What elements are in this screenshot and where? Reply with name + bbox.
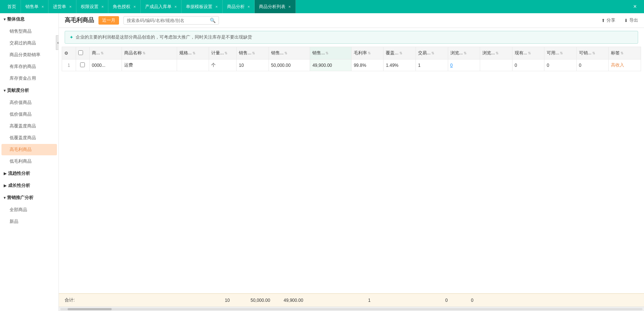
close-purchase-tab[interactable]: × bbox=[69, 4, 71, 9]
sidebar-item-sales-goods[interactable]: 销售型商品 bbox=[1, 26, 57, 37]
col-code[interactable]: 商...⇅ bbox=[90, 47, 122, 59]
col-gross-rate[interactable]: 毛利率⇅ bbox=[351, 47, 384, 59]
sidebar-item-stock-funds[interactable]: 库存资金占用 bbox=[1, 73, 57, 84]
sidebar-item-high-coverage[interactable]: 高覆盖度商品 bbox=[1, 120, 57, 132]
col-spec[interactable]: 规格...⇅ bbox=[177, 47, 209, 59]
tab-product-analysis-list[interactable]: 商品分析列表 × bbox=[255, 0, 295, 13]
sidebar-group-overall[interactable]: ▾ 整体信息 bbox=[0, 13, 58, 25]
tab-roles[interactable]: 角色授权 × bbox=[108, 0, 140, 13]
close-permissions-tab[interactable]: × bbox=[101, 4, 104, 9]
close-app-button[interactable]: × bbox=[629, 3, 641, 10]
tab-purchase-label: 进货单 bbox=[53, 4, 66, 10]
col-sellable[interactable]: 可销...⇅ bbox=[576, 47, 609, 59]
export-button[interactable]: ⬇ 导出 bbox=[624, 17, 638, 23]
close-roles-tab[interactable]: × bbox=[133, 4, 136, 9]
row-sales-net-cell: 49,900.00 bbox=[310, 59, 352, 71]
row-sales-amount-cell: 50,000.00 bbox=[269, 59, 310, 71]
sort-icon-available: ⇅ bbox=[560, 51, 563, 55]
col-spec-label: 规格... bbox=[179, 50, 192, 55]
row-views2-cell bbox=[480, 59, 512, 71]
sidebar-group-marketing[interactable]: ▾ 营销推广分析 bbox=[0, 192, 58, 204]
tab-sales[interactable]: 销售单 × bbox=[21, 0, 48, 13]
arrow-icon-trend: ▶ bbox=[4, 171, 7, 176]
tab-purchase[interactable]: 进货单 × bbox=[48, 0, 76, 13]
col-tag[interactable]: 标签⇅ bbox=[609, 47, 641, 59]
search-box[interactable]: 🔍 bbox=[123, 16, 219, 25]
col-coverage[interactable]: 覆盖...⇅ bbox=[384, 47, 416, 59]
col-views1[interactable]: 浏览...⇅ bbox=[448, 47, 480, 59]
arrow-icon-growth: ▶ bbox=[4, 184, 7, 188]
scrollbar-track[interactable] bbox=[60, 308, 643, 310]
products-table: ⚙ 商...⇅ 商品名称⇅ 规格...⇅ 计量...⇅ 销售...⇅ 销售...… bbox=[62, 47, 641, 71]
sidebar-item-low-margin[interactable]: 低毛利商品 bbox=[1, 156, 57, 167]
footer-sales-net: 49,900.00 bbox=[281, 298, 314, 303]
col-available[interactable]: 可用...⇅ bbox=[544, 47, 577, 59]
tab-product-inbound[interactable]: 产成品入库单 × bbox=[141, 0, 181, 13]
table-row: 1 0000... 运费 个 10 50,000.00 49,900.00 99… bbox=[62, 59, 641, 71]
sidebar-item-high-margin[interactable]: 高毛利商品 bbox=[1, 144, 57, 155]
row-views1-cell[interactable]: 0 bbox=[448, 59, 480, 71]
sidebar-item-low-value[interactable]: 低价值商品 bbox=[1, 109, 57, 120]
share-button[interactable]: ⬆ 分享 bbox=[601, 17, 615, 23]
sidebar-group-growth[interactable]: ▶ 成长性分析 bbox=[0, 180, 58, 192]
top-navigation: 首页 销售单 × 进货单 × 权限设置 × 角色授权 × 产成品入库单 × 单据… bbox=[0, 0, 644, 13]
sidebar-item-low-coverage[interactable]: 低覆盖度商品 bbox=[1, 132, 57, 144]
row-spec-cell bbox=[177, 59, 209, 71]
col-checkbox[interactable] bbox=[76, 47, 90, 59]
sidebar-item-in-stock-label: 有库存的商品 bbox=[10, 64, 36, 69]
col-sales-net[interactable]: 销售...⇅ bbox=[310, 47, 352, 59]
bottom-scrollbar[interactable] bbox=[59, 307, 644, 311]
tab-roles-label: 角色授权 bbox=[113, 4, 130, 10]
close-product-analysis-list-tab[interactable]: × bbox=[288, 4, 291, 9]
sidebar-item-in-stock[interactable]: 有库存的商品 bbox=[1, 61, 57, 72]
row-available-cell: 0 bbox=[544, 59, 577, 71]
footer-available: 0 bbox=[469, 298, 494, 303]
sidebar-item-high-value[interactable]: 高价值商品 bbox=[1, 97, 57, 108]
col-sellable-label: 可销... bbox=[579, 50, 591, 55]
sidebar-group-trend[interactable]: ▶ 流趋性分析 bbox=[0, 167, 58, 180]
col-settings[interactable]: ⚙ bbox=[62, 47, 76, 59]
sidebar-item-all-goods[interactable]: 全部商品 bbox=[1, 204, 57, 216]
row-code-cell: 0000... bbox=[90, 59, 122, 71]
arrow-icon: ▾ bbox=[4, 17, 6, 21]
table-container: ⚙ 商...⇅ 商品名称⇅ 规格...⇅ 计量...⇅ 销售...⇅ 销售...… bbox=[59, 47, 644, 293]
sort-icon-gross-rate: ⇅ bbox=[368, 51, 371, 55]
col-sales-qty[interactable]: 销售...⇅ bbox=[237, 47, 269, 59]
col-sales-amount[interactable]: 销售...⇅ bbox=[269, 47, 310, 59]
search-input[interactable] bbox=[127, 18, 208, 23]
col-sales-qty-label: 销售... bbox=[239, 50, 251, 55]
info-banner-text: 企业的主要的利润都是这部分商品创造的，可考虑加大推广，同时关注库存是不要出现缺货 bbox=[76, 34, 252, 40]
tab-sales-label: 销售单 bbox=[25, 4, 39, 10]
row-sales-qty-cell: 10 bbox=[237, 59, 269, 71]
col-available-label: 可用... bbox=[547, 50, 559, 55]
sidebar-item-category-rate[interactable]: 商品分类助销率 bbox=[1, 49, 57, 61]
col-transactions[interactable]: 交易...⇅ bbox=[416, 47, 448, 59]
col-name[interactable]: 商品名称⇅ bbox=[122, 47, 177, 59]
sidebar: « ▾ 整体信息 销售型商品 交易过的商品 商品分类助销率 有库存的商品 库存资… bbox=[0, 13, 59, 311]
close-product-analysis-tab[interactable]: × bbox=[248, 4, 250, 9]
filter-recent-month-button[interactable]: 近一月 bbox=[98, 16, 119, 25]
sidebar-item-new-goods[interactable]: 新品 bbox=[1, 216, 57, 227]
tab-home[interactable]: 首页 bbox=[3, 0, 21, 13]
col-views2[interactable]: 浏览...⇅ bbox=[480, 47, 512, 59]
row-checkbox-cell[interactable] bbox=[76, 59, 90, 71]
sidebar-group-contribution[interactable]: ▾ 贡献度分析 bbox=[0, 84, 58, 97]
close-template-settings-tab[interactable]: × bbox=[215, 4, 217, 9]
row-checkbox[interactable] bbox=[80, 62, 85, 67]
close-sales-tab[interactable]: × bbox=[42, 4, 44, 9]
scrollbar-thumb[interactable] bbox=[68, 308, 112, 310]
sidebar-item-high-value-label: 高价值商品 bbox=[10, 100, 32, 105]
sort-icon-name: ⇅ bbox=[143, 51, 145, 55]
col-unit[interactable]: 计量...⇅ bbox=[209, 47, 237, 59]
select-all-checkbox[interactable] bbox=[78, 50, 83, 55]
tab-product-analysis[interactable]: 商品分析 × bbox=[223, 0, 255, 13]
sidebar-item-traded-goods[interactable]: 交易过的商品 bbox=[1, 37, 57, 49]
col-current-stock[interactable]: 现有...⇅ bbox=[512, 47, 544, 59]
export-icon: ⬇ bbox=[624, 18, 628, 23]
close-product-inbound-tab[interactable]: × bbox=[175, 4, 177, 9]
sidebar-collapse-button[interactable]: « bbox=[56, 35, 59, 50]
tab-permissions[interactable]: 权限设置 × bbox=[76, 0, 108, 13]
tab-template-settings[interactable]: 单据模板设置 × bbox=[181, 0, 222, 13]
tab-product-analysis-label: 商品分析 bbox=[227, 4, 245, 10]
search-icon[interactable]: 🔍 bbox=[210, 18, 216, 23]
